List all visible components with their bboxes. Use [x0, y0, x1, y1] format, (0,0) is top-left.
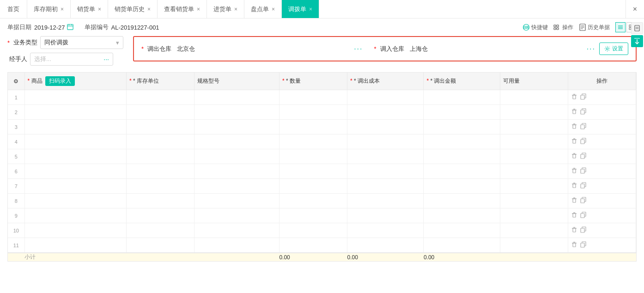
row-amount-10[interactable]	[424, 223, 500, 238]
transfer-out-more-btn[interactable]: ···	[354, 45, 363, 53]
row-unit-5[interactable]	[127, 149, 194, 164]
row-cost-9[interactable]	[347, 208, 423, 223]
row-available-6[interactable]	[500, 164, 568, 179]
tab-close-stocktake[interactable]: ×	[272, 6, 275, 12]
row-product-10[interactable]	[24, 223, 127, 238]
row-cost-5[interactable]	[347, 149, 423, 164]
delete-icon-row-3[interactable]	[571, 123, 577, 131]
row-qty-4[interactable]	[279, 134, 347, 149]
row-product-8[interactable]	[24, 194, 127, 208]
row-qty-2[interactable]	[279, 105, 347, 120]
row-spec-7[interactable]	[194, 179, 279, 194]
row-cost-6[interactable]	[347, 164, 423, 179]
row-available-7[interactable]	[500, 179, 568, 194]
row-product-2[interactable]	[24, 105, 127, 120]
row-cost-8[interactable]	[347, 194, 423, 208]
row-spec-5[interactable]	[194, 149, 279, 164]
tab-close-purchase[interactable]: ×	[234, 6, 237, 12]
row-unit-3[interactable]	[127, 120, 194, 134]
copy-icon-row-7[interactable]	[580, 182, 587, 190]
delete-icon-row-7[interactable]	[571, 182, 577, 190]
tab-view-sales[interactable]: 查看销货单 ×	[158, 0, 207, 18]
settings-button[interactable]: 设置	[599, 43, 628, 55]
transfer-in-more-btn[interactable]: ···	[587, 45, 595, 53]
row-spec-11[interactable]	[194, 238, 279, 253]
delete-icon-row-6[interactable]	[571, 167, 577, 175]
row-available-11[interactable]	[500, 238, 568, 253]
tab-sales-order[interactable]: 销货单 ×	[71, 0, 108, 18]
row-unit-4[interactable]	[127, 134, 194, 149]
row-unit-10[interactable]	[127, 223, 194, 238]
row-cost-2[interactable]	[347, 105, 423, 120]
right-panel-export-btn[interactable]	[631, 35, 643, 47]
th-gear-icon[interactable]: ⚙	[13, 78, 18, 85]
person-select[interactable]: 选择... ···	[30, 53, 113, 66]
tab-close-view-sales[interactable]: ×	[197, 6, 200, 12]
tab-inventory-init[interactable]: 库存期初 ×	[27, 0, 71, 18]
row-qty-5[interactable]	[279, 149, 347, 164]
history-btn[interactable]: 历史单据	[579, 24, 610, 31]
scan-btn[interactable]: 扫码录入	[45, 76, 75, 86]
tab-transfer[interactable]: 调拨单 ×	[282, 0, 319, 18]
row-spec-4[interactable]	[194, 134, 279, 149]
delete-icon-row-9[interactable]	[571, 212, 577, 220]
row-qty-6[interactable]	[279, 164, 347, 179]
tab-stocktake[interactable]: 盘点单 ×	[244, 0, 282, 18]
row-available-5[interactable]	[500, 149, 568, 164]
row-unit-2[interactable]	[127, 105, 194, 120]
row-qty-11[interactable]	[279, 238, 347, 253]
copy-icon-row-10[interactable]	[580, 226, 587, 234]
delete-icon-row-5[interactable]	[571, 153, 577, 160]
row-unit-11[interactable]	[127, 238, 194, 253]
row-amount-1[interactable]	[424, 90, 500, 105]
delete-icon-row-2[interactable]	[571, 108, 577, 116]
row-spec-10[interactable]	[194, 223, 279, 238]
row-cost-10[interactable]	[347, 223, 423, 238]
row-amount-7[interactable]	[424, 179, 500, 194]
row-product-11[interactable]	[24, 238, 127, 253]
row-amount-8[interactable]	[424, 194, 500, 208]
delete-icon-row-4[interactable]	[571, 138, 577, 146]
tab-home[interactable]: 首页	[0, 0, 27, 18]
row-product-6[interactable]	[24, 164, 127, 179]
copy-icon-row-3[interactable]	[580, 123, 587, 131]
row-qty-10[interactable]	[279, 223, 347, 238]
row-cost-4[interactable]	[347, 134, 423, 149]
tab-close-transfer[interactable]: ×	[309, 6, 312, 12]
row-amount-6[interactable]	[424, 164, 500, 179]
row-product-1[interactable]	[24, 90, 127, 105]
tab-close-inventory-init[interactable]: ×	[61, 6, 64, 12]
row-cost-3[interactable]	[347, 120, 423, 134]
row-amount-4[interactable]	[424, 134, 500, 149]
operation-btn[interactable]: 操作	[553, 24, 573, 31]
row-amount-5[interactable]	[424, 149, 500, 164]
tab-bar-close-btn[interactable]: ×	[626, 0, 644, 18]
person-dots[interactable]: ···	[103, 55, 109, 63]
row-spec-2[interactable]	[194, 105, 279, 120]
row-product-3[interactable]	[24, 120, 127, 134]
row-amount-9[interactable]	[424, 208, 500, 223]
row-spec-6[interactable]	[194, 164, 279, 179]
copy-icon-row-2[interactable]	[580, 108, 587, 116]
row-available-2[interactable]	[500, 105, 568, 120]
copy-icon-row-8[interactable]	[580, 197, 587, 205]
tab-sales-history[interactable]: 销货单历史 ×	[108, 0, 158, 18]
copy-icon-row-5[interactable]	[580, 153, 587, 160]
biz-type-select[interactable]: 同价调拨 ▾	[40, 36, 123, 49]
copy-icon-row-1[interactable]	[580, 93, 587, 101]
copy-icon-row-9[interactable]	[580, 212, 587, 220]
row-amount-2[interactable]	[424, 105, 500, 120]
row-spec-9[interactable]	[194, 208, 279, 223]
row-available-9[interactable]	[500, 208, 568, 223]
tab-purchase[interactable]: 进货单 ×	[207, 0, 244, 18]
copy-icon-row-4[interactable]	[580, 138, 587, 146]
th-settings[interactable]: ⚙	[8, 73, 24, 90]
list-view-btn[interactable]	[615, 22, 626, 32]
row-qty-1[interactable]	[279, 90, 347, 105]
row-amount-3[interactable]	[424, 120, 500, 134]
row-product-4[interactable]	[24, 134, 127, 149]
row-available-8[interactable]	[500, 194, 568, 208]
row-cost-11[interactable]	[347, 238, 423, 253]
delete-icon-row-11[interactable]	[571, 241, 577, 249]
calendar-icon[interactable]	[67, 24, 73, 31]
